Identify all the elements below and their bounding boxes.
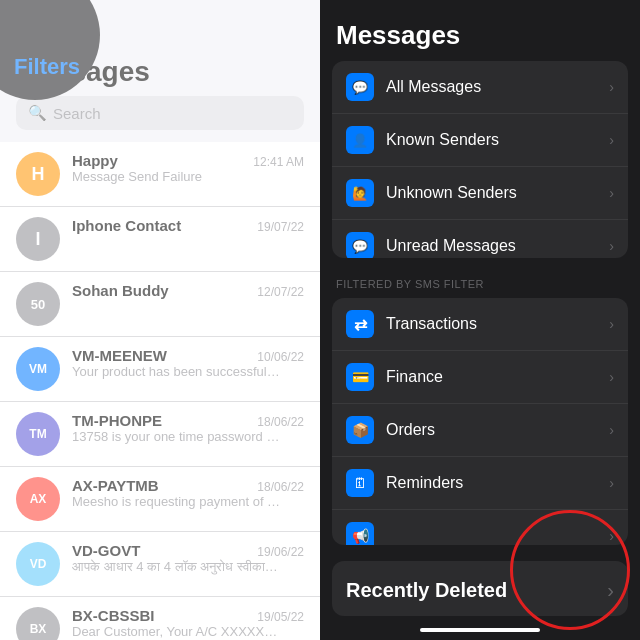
msg-content: BX-CBSSBI19/05/22 Dear Customer, Your A/… bbox=[72, 607, 304, 639]
orders-label: Orders bbox=[386, 421, 597, 439]
unknown-senders-label: Unknown Senders bbox=[386, 184, 597, 202]
msg-time: 12/07/22 bbox=[257, 285, 304, 299]
filter-item-transactions[interactable]: ⇄ Transactions › bbox=[332, 298, 628, 351]
recently-deleted-item[interactable]: Recently Deleted › bbox=[332, 561, 628, 616]
msg-time: 19/05/22 bbox=[257, 610, 304, 624]
search-placeholder: Search bbox=[53, 105, 101, 122]
unread-messages-label: Unread Messages bbox=[386, 237, 597, 255]
known-senders-label: Known Senders bbox=[386, 131, 597, 149]
right-panel: Messages All Messages › Known Senders › bbox=[320, 0, 640, 640]
chevron-right-icon: › bbox=[609, 79, 614, 95]
recently-deleted-section[interactable]: Recently Deleted › bbox=[332, 561, 628, 616]
person-icon bbox=[352, 131, 368, 149]
contact-name: BX-CBSSBI bbox=[72, 607, 155, 624]
chevron-right-icon: › bbox=[609, 369, 614, 385]
unknown-senders-icon bbox=[346, 179, 374, 207]
all-messages-label: All Messages bbox=[386, 78, 597, 96]
msg-time: 18/06/22 bbox=[257, 480, 304, 494]
home-indicator bbox=[420, 628, 540, 632]
chat-icon bbox=[352, 78, 368, 96]
msg-time: 19/07/22 bbox=[257, 220, 304, 234]
filter-item-finance[interactable]: 💳 Finance › bbox=[332, 351, 628, 404]
contact-name: AX-PAYTMB bbox=[72, 477, 159, 494]
unread-messages-icon bbox=[346, 232, 374, 258]
known-senders-icon bbox=[346, 126, 374, 154]
finance-icon: 💳 bbox=[346, 363, 374, 391]
contact-name: VD-GOVT bbox=[72, 542, 140, 559]
filter-item-all-messages[interactable]: All Messages › bbox=[332, 61, 628, 114]
avatar: AX bbox=[16, 477, 60, 521]
avatar: I bbox=[16, 217, 60, 261]
avatar: 50 bbox=[16, 282, 60, 326]
msg-preview: आपके आधार 4 का 4 लॉक अनुरोध स्वीकार कर ल… bbox=[72, 559, 282, 575]
arrows-icon: ⇄ bbox=[354, 315, 367, 334]
search-bar[interactable]: 🔍 Search bbox=[16, 96, 304, 130]
right-wrapper: Messages All Messages › Known Senders › bbox=[320, 0, 640, 640]
contact-name: VM-MEENEW bbox=[72, 347, 167, 364]
avatar: BX bbox=[16, 607, 60, 640]
msg-time: 10/06/22 bbox=[257, 350, 304, 364]
avatar: H bbox=[16, 152, 60, 196]
chat-bubble-icon bbox=[352, 237, 368, 255]
list-item[interactable]: BX BX-CBSSBI19/05/22 Dear Customer, Your… bbox=[0, 597, 320, 640]
reminders-icon: 🗓 bbox=[346, 469, 374, 497]
filter-item-reminders[interactable]: 🗓 Reminders › bbox=[332, 457, 628, 510]
filter-item-unknown-senders[interactable]: Unknown Senders › bbox=[332, 167, 628, 220]
sms-filter-group: ⇄ Transactions › 💳 Finance › 📦 Orders › bbox=[332, 298, 628, 545]
msg-preview: Dear Customer, Your A/C XXXXX0175O was d… bbox=[72, 624, 282, 639]
msg-time: 12:41 AM bbox=[253, 155, 304, 169]
chevron-right-icon: › bbox=[607, 579, 614, 602]
msg-content: Sohan Buddy12/07/22 bbox=[72, 282, 304, 299]
list-item[interactable]: AX AX-PAYTMB18/06/22 Meesho is requestin… bbox=[0, 467, 320, 532]
msg-content: AX-PAYTMB18/06/22 Meesho is requesting p… bbox=[72, 477, 304, 509]
list-item[interactable]: VM VM-MEENEW10/06/22 Your product has be… bbox=[0, 337, 320, 402]
msg-preview: Your product has been successfully deliv… bbox=[72, 364, 282, 379]
finance-label: Finance bbox=[386, 368, 597, 386]
filter-item-extra[interactable]: 📢 › bbox=[332, 510, 628, 545]
msg-preview: 13758 is your one time password to proce… bbox=[72, 429, 282, 444]
chevron-right-icon: › bbox=[609, 132, 614, 148]
box-icon: 📦 bbox=[352, 422, 369, 438]
search-icon: 🔍 bbox=[28, 104, 47, 122]
right-messages-title: Messages bbox=[336, 20, 624, 51]
chevron-right-icon: › bbox=[609, 528, 614, 544]
list-item[interactable]: I Iphone Contact19/07/22 bbox=[0, 207, 320, 272]
msg-content: VM-MEENEW10/06/22 Your product has been … bbox=[72, 347, 304, 379]
list-item[interactable]: TM TM-PHONPE18/06/22 13758 is your one t… bbox=[0, 402, 320, 467]
filter-item-known-senders[interactable]: Known Senders › bbox=[332, 114, 628, 167]
avatar: TM bbox=[16, 412, 60, 456]
msg-time: 19/06/22 bbox=[257, 545, 304, 559]
msg-time: 18/06/22 bbox=[257, 415, 304, 429]
filter-item-orders[interactable]: 📦 Orders › bbox=[332, 404, 628, 457]
chevron-right-icon: › bbox=[609, 422, 614, 438]
msg-preview: Message Send Failure bbox=[72, 169, 282, 184]
msg-preview: Meesho is requesting payment of Rs 253. … bbox=[72, 494, 282, 509]
contact-name: Iphone Contact bbox=[72, 217, 181, 234]
all-messages-icon bbox=[346, 73, 374, 101]
list-item[interactable]: 50 Sohan Buddy12/07/22 bbox=[0, 272, 320, 337]
filters-button[interactable]: Filters bbox=[14, 54, 80, 80]
orders-icon: 📦 bbox=[346, 416, 374, 444]
left-panel: Filters Messages 🔍 Search H Happy12:41 A… bbox=[0, 0, 320, 640]
main-filter-group: All Messages › Known Senders › Unknown S… bbox=[332, 61, 628, 258]
chevron-right-icon: › bbox=[609, 185, 614, 201]
list-item[interactable]: H Happy12:41 AM Message Send Failure bbox=[0, 142, 320, 207]
msg-content: Iphone Contact19/07/22 bbox=[72, 217, 304, 234]
calendar-icon: 🗓 bbox=[353, 475, 367, 491]
contact-name: Happy bbox=[72, 152, 118, 169]
msg-content: TM-PHONPE18/06/22 13758 is your one time… bbox=[72, 412, 304, 444]
extra-icon: 📢 bbox=[346, 522, 374, 545]
sms-filter-section-label: FILTERED BY SMS FILTER bbox=[320, 274, 640, 298]
avatar: VD bbox=[16, 542, 60, 586]
right-header: Messages bbox=[320, 0, 640, 61]
chevron-right-icon: › bbox=[609, 475, 614, 491]
transactions-label: Transactions bbox=[386, 315, 597, 333]
contact-name: TM-PHONPE bbox=[72, 412, 162, 429]
person-question-icon bbox=[352, 184, 368, 202]
msg-content: VD-GOVT19/06/22 आपके आधार 4 का 4 लॉक अनु… bbox=[72, 542, 304, 575]
filter-item-unread-messages[interactable]: Unread Messages › bbox=[332, 220, 628, 258]
message-list: H Happy12:41 AM Message Send Failure I I… bbox=[0, 142, 320, 640]
list-item[interactable]: VD VD-GOVT19/06/22 आपके आधार 4 का 4 लॉक … bbox=[0, 532, 320, 597]
msg-content: Happy12:41 AM Message Send Failure bbox=[72, 152, 304, 184]
chevron-right-icon: › bbox=[609, 316, 614, 332]
